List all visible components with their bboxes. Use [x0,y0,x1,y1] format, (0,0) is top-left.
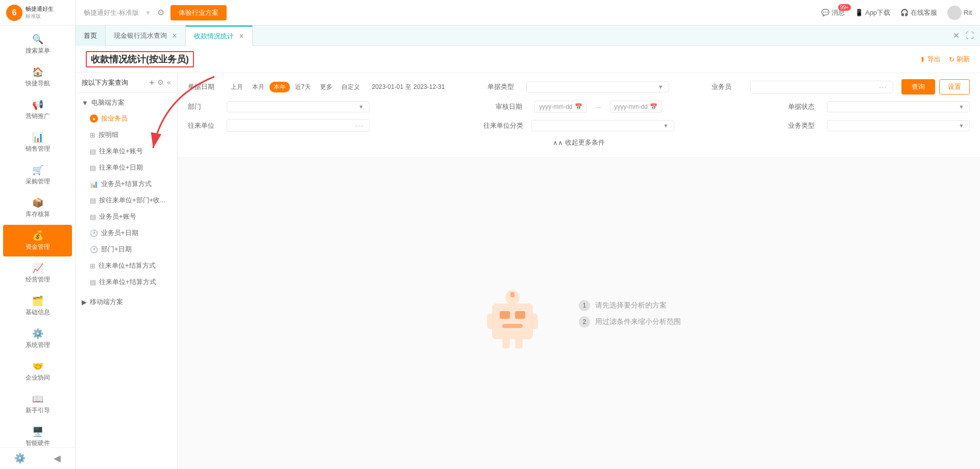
plan-item-partner-account[interactable]: ▤ 往来单位+账号 [76,143,177,159]
doc-type-select[interactable]: ▼ [526,81,669,92]
plan-item-salesperson-date[interactable]: 🕐 业务员+日期 [76,225,177,241]
purchase-icon: 🛒 [32,165,43,176]
review-date-from[interactable]: yyyy-mm-dd 📅 [534,101,586,113]
settings-bottom-icon[interactable]: ⚙️ [14,453,26,464]
logo-icon: 6 [6,5,22,21]
doc-status-chevron: ▼ [959,104,964,110]
app-download-btn[interactable]: 📱 App下载 [855,8,890,17]
user-name: Rit [964,9,972,16]
plan-item-dept-date[interactable]: 🕐 部门+日期 [76,241,177,257]
plan-item-by-detail[interactable]: ⊞ 按明细 [76,127,177,143]
logo-badge: 标准版 [26,13,54,20]
plan-item-partner-dept-income[interactable]: ▤ 按往来单位+部门+收... [76,192,177,208]
sidebar-item-sales[interactable]: 📊 销售管理 [3,127,72,158]
query-btn[interactable]: 查询 [901,79,935,95]
plan-item-partner-date[interactable]: ▤ 往来单位+日期 [76,159,177,176]
online-service-btn[interactable]: 🎧 在线客服 [900,8,937,17]
plan-item-salesperson-account[interactable]: ▤ 业务员+账号 [76,208,177,225]
plan-item-by-salesperson[interactable]: ● 按业务员 [76,110,177,127]
sidebar-item-inventory[interactable]: 📦 库存核算 [3,192,72,224]
review-date-to[interactable]: yyyy-mm-dd 📅 [610,101,662,113]
app-download-label: App下载 [865,8,890,17]
sidebar-item-hardware[interactable]: 🖥️ 智能硬件 [3,421,72,447]
settings-btn[interactable]: 设置 [939,79,970,95]
nav-label-sales: 销售管理 [26,145,50,153]
date-tab-last-month[interactable]: 上月 [227,82,247,92]
partner-select[interactable]: ··· [227,119,370,132]
partner-type-select[interactable]: ▼ [531,120,674,131]
salesperson-select[interactable]: ··· [750,81,893,93]
pc-plan-group-header[interactable]: ▼ 电脑端方案 [76,95,177,110]
refresh-icon: ↻ [949,56,954,63]
sidebar-item-system[interactable]: ⚙️ 系统管理 [3,323,72,355]
calendar-to-icon[interactable]: 📅 [650,103,657,110]
sidebar-item-basic[interactable]: 🗂️ 基础信息 [3,290,72,322]
dept-select[interactable]: ▼ [227,101,370,112]
nav-label-hardware: 智能硬件 [26,439,50,447]
plan-item-salesperson-settlement[interactable]: 📊 业务员+结算方式 [76,176,177,192]
date-tab-custom[interactable]: 自定义 [337,82,364,92]
biz-type-chevron: ▼ [959,123,964,129]
collapse-sidebar-icon[interactable]: ◀ [54,453,61,464]
plan-settings-btn[interactable]: ⚙ [157,78,164,87]
step-2-num: 2 [579,316,590,327]
tab-close-all-icon[interactable]: ✕ [953,31,960,40]
biz-type-select[interactable]: ▼ [827,120,970,131]
salesperson-settlement-icon: 📊 [90,180,98,188]
sidebar-item-search[interactable]: 🔍 搜索菜单 [3,29,72,60]
plan-label-partner-settlement1: 往来单位+结算方式 [99,261,156,270]
tab-bank[interactable]: 现金银行流水查询 ✕ [106,26,186,46]
plan-label-detail: 按明细 [99,130,118,139]
salesperson-more-dots[interactable]: ··· [879,83,888,91]
date-range: 2023-01-01 至 2023-12-31 [372,83,445,91]
sidebar-item-marketing[interactable]: 📢 营销推广 [3,94,72,126]
plan-item-partner-settlement1[interactable]: ⊞ 往来单位+结算方式 [76,257,177,274]
doc-type-chevron: ▼ [658,84,664,90]
tab-bank-close[interactable]: ✕ [172,32,177,39]
tab-home[interactable]: 首页 [76,26,106,46]
plan-item-partner-settlement2[interactable]: ▤ 往来单位+结算方式 [76,274,177,290]
svg-rect-5 [530,314,538,329]
svg-rect-9 [510,292,514,297]
sidebar: 6 畅捷通好生 标准版 🔍 搜索菜单 🏠 快捷导航 📢 营销推广 📊 销售管理 … [0,0,76,469]
panel-collapse-btn[interactable]: « [167,78,171,87]
svg-rect-1 [500,311,510,319]
sidebar-item-finance[interactable]: 💰 资金管理 [3,225,72,256]
sidebar-item-quicknav[interactable]: 🏠 快捷导航 [3,61,72,93]
doc-status-select[interactable]: ▼ [827,101,970,112]
sidebar-bottom: ⚙️ ◀ [0,447,75,469]
refresh-label: 刷新 [957,55,970,64]
calendar-from-icon[interactable]: 📅 [575,103,582,110]
message-btn[interactable]: 💬 消息 99+ [821,8,845,17]
sidebar-item-guide[interactable]: 📖 新手引导 [3,388,72,420]
sidebar-item-corp[interactable]: 🤝 企业协同 [3,356,72,387]
basic-icon: 🗂️ [32,295,43,307]
export-btn[interactable]: ⬆ 导出 [920,55,941,64]
user-avatar-area[interactable]: Rit [947,6,972,20]
plan-label-partner-date: 往来单位+日期 [99,163,143,172]
date-tab-this-month[interactable]: 本月 [248,82,268,92]
date-tab-7days[interactable]: 近7天 [291,82,315,92]
add-plan-btn[interactable]: + [150,78,154,87]
trial-btn[interactable]: 体验行业方案 [170,5,227,20]
topbar-settings-icon[interactable]: ⚙ [157,8,164,17]
mobile-group-label: 移动端方案 [90,297,123,307]
tab-receipt-close[interactable]: ✕ [239,33,244,40]
tab-expand-icon[interactable]: ⛶ [966,31,974,40]
plan-label-salesperson: 按业务员 [101,114,128,123]
topbar-dropdown-icon[interactable]: ▼ [145,9,151,16]
collapse-filter-btn[interactable]: ∧∧ 收起更多条件 [188,138,970,147]
tab-receipt[interactable]: 收款情况统计 ✕ [186,26,253,46]
mobile-plan-group-header[interactable]: ▶ 移动端方案 [76,294,177,310]
date-tab-this-year[interactable]: 本年 [270,82,290,92]
sidebar-item-purchase[interactable]: 🛒 采购管理 [3,159,72,191]
refresh-btn[interactable]: ↻ 刷新 [949,55,970,64]
partner-more-dots[interactable]: ··· [355,122,364,129]
partner-type-label: 往来单位分类 [483,121,523,130]
tabbar: 首页 现金银行流水查询 ✕ 收款情况统计 ✕ ✕ ⛶ [76,26,980,46]
sidebar-item-operations[interactable]: 📈 经营管理 [3,257,72,289]
nav-label-search: 搜索菜单 [26,46,50,55]
body-area: 按以下方案查询 + ⚙ « ▼ 电脑端方案 ● 按业务员 [76,73,980,469]
svg-rect-3 [502,324,523,328]
date-tab-more[interactable]: 更多 [316,82,336,92]
